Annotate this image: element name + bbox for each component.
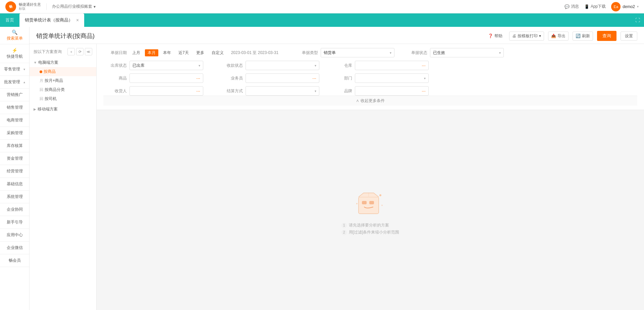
dept-select[interactable]: ▾ (355, 73, 429, 83)
tree-mobile-parent[interactable]: ▶ 移动端方案 (30, 105, 96, 114)
panel-icon-group: ＋ ⟳ ≪ (67, 48, 92, 55)
panel-collapse-button[interactable]: ≪ (85, 48, 92, 55)
tab-home[interactable]: 首页 (0, 13, 19, 27)
receiver-label: 收货人 (103, 88, 127, 94)
left-panel: 按以下方案查询 ＋ ⟳ ≪ ▼ 电脑端方案 按商品 (30, 44, 97, 310)
svg-point-5 (356, 203, 358, 204)
type-select[interactable]: 销货单 ▾ (321, 48, 394, 57)
pay-status-label: 收款状态 (219, 63, 243, 68)
tree-desktop-section: ▼ 电脑端方案 按商品 月 按月+商品 回 按商品分类 (30, 58, 96, 105)
filter-row-3: 商品 ··· 业务员 ··· 部门 ▾ (103, 73, 637, 83)
sidebar-item-enterprise[interactable]: 企业协同 (0, 203, 29, 216)
warehouse-label: 仓库 (329, 63, 352, 68)
tree-child-by-month-product[interactable]: 月 按月+商品 (30, 76, 96, 85)
staff-select[interactable]: ··· (246, 73, 319, 83)
settlement-label: 结算方式 (219, 88, 243, 94)
tree-child-by-category[interactable]: 回 按商品分类 (30, 85, 96, 94)
sidebar-item-wholesale[interactable]: 批发管理 ▴ (0, 76, 29, 89)
logo-text: 畅捷通好生意 标版 (19, 2, 41, 11)
filter-row-4: 收货人 ··· 结算方式 ▾ 品牌 ··· (103, 86, 637, 96)
brand-label: 品牌 (329, 88, 352, 94)
sidebar-item-purchase[interactable]: 采购管理 (0, 127, 29, 140)
warehouse-select[interactable]: ··· (355, 61, 429, 70)
date-range: 2023-03-01 至 2023-03-31 (231, 50, 278, 56)
help-button[interactable]: ❓ 帮助 (485, 32, 505, 40)
query-button[interactable]: 查询 (597, 31, 616, 41)
expand-button[interactable]: ⛶ (635, 17, 640, 23)
sidebar-quick-nav[interactable]: ⚡ 快捷导航 (0, 44, 29, 63)
refresh-button[interactable]: 🔄 刷新 (573, 32, 593, 41)
warehouse-status-select[interactable]: 已出库 ▾ (129, 61, 203, 70)
status-select[interactable]: 已生效 ▾ (430, 48, 504, 57)
user-profile[interactable]: Ea demo2 ▾ (611, 2, 639, 11)
collapse-bar[interactable]: ∧ 收起更多条件 (103, 96, 637, 106)
header-right: 💬 消息 📱 App下载 Ea demo2 ▾ (565, 2, 639, 11)
pay-status-select[interactable]: ▾ (246, 61, 319, 70)
header-left: 畅 畅捷通好生意 标版 办公用品行业模拟账套 ▾ (5, 1, 96, 12)
message-button[interactable]: 💬 消息 (565, 4, 579, 9)
app-download-button[interactable]: 📱 App下载 (584, 4, 606, 9)
svg-point-6 (381, 205, 383, 206)
date-tab-lastmonth[interactable]: 上月 (129, 49, 143, 56)
date-tab-more[interactable]: 更多 (194, 49, 207, 56)
tab-sales-stats[interactable]: 销货单统计表（按商品） × (19, 13, 84, 27)
page-title: 销货单统计表(按商品) (36, 32, 95, 40)
sidebar-item-retail[interactable]: 零售管理 ▾ (0, 63, 29, 76)
workspace-selector[interactable]: 办公用品行业模拟账套 ▾ (52, 4, 96, 9)
empty-hints: 请先选择要分析的方案 用[过滤]条件来缩小分析范围 (341, 222, 399, 237)
tab-close-button[interactable]: × (76, 17, 79, 23)
svg-point-4 (379, 194, 381, 196)
print-button[interactable]: 🖨 按模板打印 ▾ (509, 32, 544, 41)
brand-select[interactable]: ··· (355, 86, 429, 96)
empty-state: 请先选择要分析的方案 用[过滤]条件来缩小分析范围 (97, 110, 644, 310)
tree-desktop-parent[interactable]: ▼ 电脑端方案 (30, 58, 96, 67)
right-panel: 单据日期 上月 本月 本年 近7天 更多 自定义 2023-03-01 至 20… (97, 44, 644, 310)
warehouse-status-label: 出库状态 (103, 63, 127, 68)
sidebar-item-ecommerce[interactable]: 电商管理 (0, 114, 29, 127)
settlement-select[interactable]: ▾ (246, 86, 319, 96)
sidebar-item-apps[interactable]: 应用中心 (0, 229, 29, 242)
tree-mobile-section: ▶ 移动端方案 (30, 105, 96, 115)
filter-row-1: 单据日期 上月 本月 本年 近7天 更多 自定义 2023-03-01 至 20… (103, 48, 637, 57)
sidebar-search-menu[interactable]: 🔍 搜索菜单 (0, 27, 29, 44)
empty-illustration (350, 184, 390, 217)
type-label: 单据类型 (294, 50, 318, 56)
top-header: 畅 畅捷通好生意 标版 办公用品行业模拟账套 ▾ 💬 消息 📱 App下载 Ea… (0, 0, 644, 13)
sidebar-item-system[interactable]: 系统管理 (0, 191, 29, 203)
panel-add-button[interactable]: ＋ (67, 48, 75, 55)
date-tab-custom[interactable]: 自定义 (209, 49, 226, 56)
receiver-select[interactable]: ··· (129, 86, 203, 96)
sidebar-item-finance[interactable]: 资金管理 (0, 152, 29, 165)
left-panel-header: 按以下方案查询 ＋ ⟳ ≪ (30, 47, 96, 58)
settings-button[interactable]: 设置 (621, 32, 637, 41)
export-button[interactable]: 📤 导出 (548, 32, 569, 41)
panel-refresh-button[interactable]: ⟳ (76, 48, 84, 55)
sidebar: 🔍 搜索菜单 ⚡ 快捷导航 零售管理 ▾ 批发管理 ▴ 营销推广 销售管理 电商… (0, 27, 30, 310)
date-tab-thismonth[interactable]: 本月 (145, 49, 158, 56)
sidebar-item-sales[interactable]: 销售管理 (0, 101, 29, 114)
tree-child-by-product[interactable]: 按商品 (30, 67, 96, 76)
staff-label: 业务员 (219, 75, 243, 81)
date-tabs: 上月 本月 本年 近7天 更多 自定义 2023-03-01 至 2023-03… (129, 49, 278, 56)
split-layout: 按以下方案查询 ＋ ⟳ ≪ ▼ 电脑端方案 按商品 (30, 44, 644, 310)
page-header: 销货单统计表(按商品) ❓ 帮助 🖨 按模板打印 ▾ 📤 导出 🔄 刷新 (30, 27, 644, 44)
svg-rect-0 (359, 197, 379, 214)
filter-area: 单据日期 上月 本月 本年 近7天 更多 自定义 2023-03-01 至 20… (97, 44, 644, 110)
dept-label: 部门 (329, 75, 352, 81)
sidebar-item-basic[interactable]: 基础信息 (0, 178, 29, 191)
status-label: 单据状态 (404, 50, 427, 56)
product-select[interactable]: ··· (129, 73, 203, 83)
sidebar-item-wechat[interactable]: 企业微信 (0, 242, 29, 254)
date-tab-thisyear[interactable]: 本年 (160, 49, 174, 56)
sidebar-item-guide[interactable]: 新手引导 (0, 216, 29, 229)
date-tab-7days[interactable]: 近7天 (176, 49, 192, 56)
empty-hint-2: 用[过滤]条件来缩小分析范围 (341, 229, 399, 235)
sidebar-item-inventory[interactable]: 库存核算 (0, 140, 29, 152)
product-label: 商品 (103, 75, 127, 81)
avatar: Ea (611, 2, 621, 11)
sidebar-item-member[interactable]: 畅会员 (0, 254, 29, 267)
tab-bar: 首页 销货单统计表（按商品） × ⛶ (0, 13, 644, 27)
tree-child-by-driver[interactable]: 回 按司机 (30, 94, 96, 103)
sidebar-item-operations[interactable]: 经营管理 (0, 165, 29, 178)
sidebar-item-marketing[interactable]: 营销推广 (0, 89, 29, 101)
